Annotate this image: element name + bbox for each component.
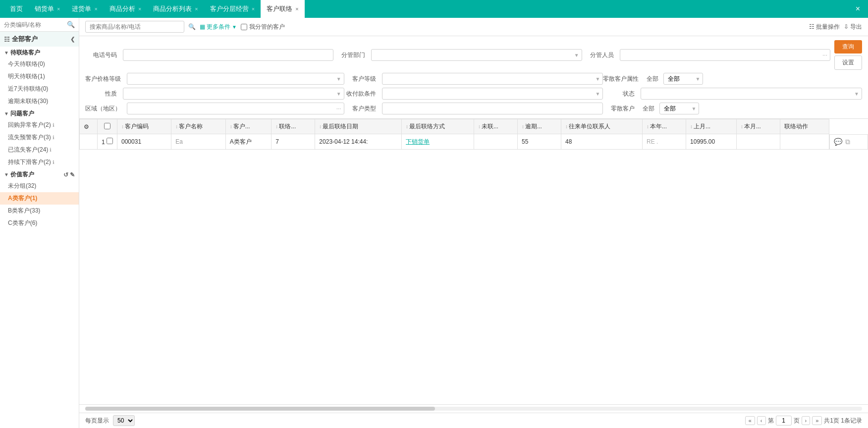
- more-filters-btn[interactable]: ▦ 更多条件 ▼: [200, 23, 237, 31]
- manager-input[interactable]: [620, 49, 830, 61]
- payment-select[interactable]: [382, 88, 603, 100]
- row-checkbox[interactable]: [107, 138, 113, 144]
- nav-close-icon[interactable]: ×: [252, 6, 255, 12]
- collapse-icon[interactable]: ❮: [70, 36, 75, 43]
- all-customers-header[interactable]: ☷ 全部客户 ❮: [0, 32, 79, 47]
- query-button[interactable]: 查询: [834, 40, 862, 54]
- prev-page-btn[interactable]: ‹: [757, 416, 766, 425]
- sidebar-group-价值客户[interactable]: ▼价值客户↺✎: [0, 168, 79, 180]
- nav-item-进货单[interactable]: 进货单×: [66, 0, 103, 18]
- settings-button[interactable]: 设置: [834, 55, 862, 70]
- filter-row-2: 客户价格等级 ▼ 客户等级 ▼ 零散客户属性: [85, 73, 862, 85]
- top-nav: 首页销货单×进货单×商品分析×商品分析列表×客户分层经营×客户联络××: [0, 0, 868, 18]
- sidebar-item[interactable]: 未分组(32): [0, 180, 79, 192]
- region-input[interactable]: [127, 103, 344, 114]
- sort-icon-name: ↕: [175, 124, 178, 129]
- nav-item-商品分析列表[interactable]: 商品分析列表×: [147, 0, 204, 18]
- nav-item-客户分层经营[interactable]: 客户分层经营×: [204, 0, 261, 18]
- horizontal-scrollbar[interactable]: [85, 407, 862, 411]
- sort-icon-type: ↕: [230, 124, 232, 129]
- close-all-btn[interactable]: ×: [852, 4, 864, 13]
- customer-level-select[interactable]: [382, 73, 603, 85]
- nav-close-icon[interactable]: ×: [94, 6, 97, 12]
- sidebar-search-icon[interactable]: 🔍: [67, 21, 75, 28]
- nature-wrap: ▼: [123, 88, 344, 100]
- nav-item-销货单[interactable]: 销货单×: [29, 0, 66, 18]
- form-group-retail-customer: 零散客户 全部 全部 ▼: [603, 103, 862, 114]
- next-page-btn[interactable]: ›: [802, 416, 811, 425]
- price-level-label: 客户价格等级: [85, 75, 124, 83]
- retail-customer-select[interactable]: 全部: [659, 103, 699, 114]
- dept-select[interactable]: [371, 49, 582, 61]
- retail-attr-label: 零散客户属性: [603, 75, 642, 83]
- payment-wrap: ▼: [382, 88, 603, 100]
- page-input[interactable]: [776, 416, 792, 426]
- nav-close-icon[interactable]: ×: [195, 6, 198, 12]
- manager-label: 分管人员: [582, 51, 617, 59]
- price-level-select[interactable]: [127, 73, 344, 85]
- nature-select[interactable]: [123, 88, 344, 100]
- export-btn[interactable]: ⇩ 导出: [844, 23, 862, 31]
- sort-icon-uncontacted: ↕: [478, 124, 481, 129]
- filter-row-3: 性质 ▼ 收付款条件 ▼ 状态: [85, 88, 862, 100]
- batch-operation-btn[interactable]: ☷ 批量操作: [809, 23, 840, 31]
- customer-type-input[interactable]: [382, 103, 603, 114]
- nav-close-icon[interactable]: ×: [295, 6, 298, 12]
- sidebar-group-待联络客户[interactable]: ▼待联络客户: [0, 47, 79, 58]
- main-search-icon[interactable]: 🔍: [188, 23, 196, 30]
- status-select[interactable]: [641, 88, 862, 100]
- main-search-input[interactable]: [85, 21, 184, 33]
- sidebar-item[interactable]: A类客户(1): [0, 192, 79, 205]
- sidebar-item[interactable]: 近7天待联络(0): [0, 83, 79, 95]
- sidebar-item[interactable]: 已流失客户(24)ℹ: [0, 144, 79, 156]
- table-body: 1 000031EaA类客户72023-04-12 14:44:下销货单5548…: [80, 134, 868, 150]
- th-settings[interactable]: ⚙: [80, 119, 98, 134]
- retail-attr-select[interactable]: 全部: [663, 73, 703, 85]
- sidebar-item[interactable]: B类客户(33): [0, 205, 79, 217]
- retail-customer-label: 零散客户: [603, 105, 638, 113]
- nav-close-icon[interactable]: ×: [57, 6, 60, 12]
- message-icon[interactable]: 💬: [834, 138, 842, 146]
- phone-input[interactable]: [123, 49, 333, 61]
- settings-gear-icon[interactable]: ⚙: [84, 123, 89, 130]
- sidebar-group-问题客户[interactable]: ▼问题客户: [0, 107, 79, 119]
- group-arrow-icon: ▼: [4, 50, 9, 55]
- bottom-bar: 每页显示 50 « ‹ 第 页 › » 共1页 1条记录: [79, 413, 868, 428]
- sidebar-item[interactable]: 逾期未联络(30): [0, 95, 79, 107]
- nav-item-首页[interactable]: 首页: [4, 0, 29, 18]
- select-all-checkbox[interactable]: [104, 123, 110, 129]
- phone-label: 电话号码: [85, 51, 120, 59]
- connect-icon[interactable]: ⧉: [845, 138, 850, 146]
- nav-item-客户联络[interactable]: 客户联络×: [261, 0, 304, 18]
- row-checkbox-cell: 1: [98, 134, 117, 150]
- form-group-price-level: 客户价格等级 ▼: [85, 73, 344, 85]
- th-checkbox[interactable]: [98, 119, 117, 134]
- scrollbar-thumb[interactable]: [85, 407, 435, 411]
- sidebar-item[interactable]: 流失预警客户(3)ℹ: [0, 131, 79, 144]
- total-records-label: 共1页 1条记录: [824, 417, 862, 425]
- my-customer-checkbox[interactable]: [241, 24, 247, 30]
- sidebar-item[interactable]: 回购异常客户(2)ℹ: [0, 119, 79, 131]
- per-page-select[interactable]: 50: [113, 415, 135, 426]
- status-wrap: ▼: [641, 88, 862, 100]
- nav-close-icon[interactable]: ×: [138, 6, 141, 12]
- batch-icon: ☷: [809, 23, 814, 30]
- row-last-method[interactable]: 下销货单: [402, 134, 474, 150]
- sidebar-search-input[interactable]: [4, 21, 65, 28]
- sidebar-item-label: 回购异常客户(2): [8, 121, 51, 129]
- nav-item-商品分析[interactable]: 商品分析×: [104, 0, 147, 18]
- sidebar-item[interactable]: C类客户(6): [0, 217, 79, 229]
- table-wrapper: ⚙ ↕客户编码 ↕客户名称 ↕客户...: [79, 119, 868, 404]
- sidebar-item[interactable]: 今天待联络(0): [0, 58, 79, 70]
- sort-icon-contacts: ↕: [565, 124, 568, 129]
- edit-icon[interactable]: ✎: [70, 171, 75, 178]
- sidebar-item-label: A类客户(1): [8, 194, 37, 203]
- sidebar-item[interactable]: 持续下滑客户(2)ℹ: [0, 156, 79, 168]
- row-this-year: 10995.00: [686, 134, 737, 150]
- my-customer-checkbox-label[interactable]: 我分管的客户: [241, 23, 285, 31]
- first-page-btn[interactable]: «: [745, 416, 755, 425]
- filter-row-4: 区域（地区） ··· 客户类型 零散客户 全部: [85, 103, 862, 114]
- refresh-icon[interactable]: ↺: [63, 171, 68, 178]
- sidebar-item[interactable]: 明天待联络(1): [0, 70, 79, 83]
- last-page-btn[interactable]: »: [812, 416, 822, 425]
